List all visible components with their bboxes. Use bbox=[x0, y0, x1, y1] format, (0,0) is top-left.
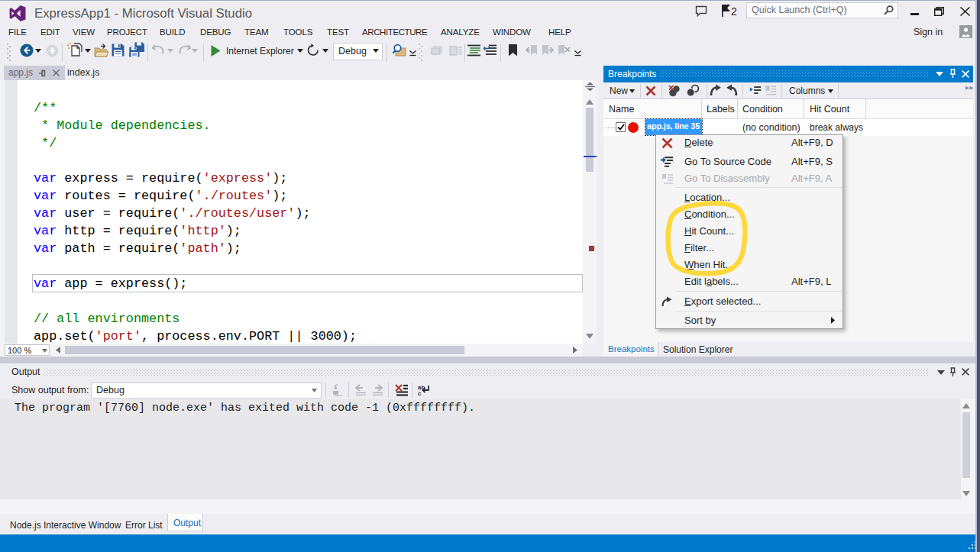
svg-text:c: c bbox=[418, 390, 422, 396]
